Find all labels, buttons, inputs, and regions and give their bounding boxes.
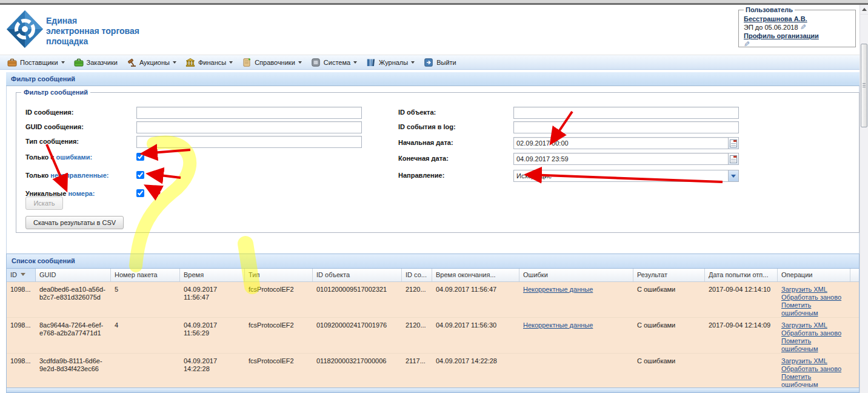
cell-packet (111, 354, 180, 389)
table-row[interactable]: 1098...dea0bed6-ea10-a56d-b2c7-e831d3260… (7, 282, 859, 318)
cell-end_time: 04.09.2017 11:56:47 (432, 282, 519, 317)
operation-link[interactable]: Обработать заново (781, 365, 841, 372)
operation-link[interactable]: Пометить ошибочным (781, 373, 818, 388)
start-date-calendar-button[interactable] (729, 137, 739, 149)
signature-validity-note: ЭП до 05.06.2018 (744, 24, 798, 31)
direction-row: Направление:Исходящие (16, 170, 859, 183)
logo-text: Единая электронная торговая площадка (46, 16, 139, 47)
log-event-id-input[interactable] (513, 121, 739, 133)
cell-errors (519, 354, 633, 389)
column-header-attempt[interactable]: Дата попытки отп... (705, 269, 778, 281)
menu-item-logout[interactable]: Выйти (420, 55, 462, 69)
chevron-down-icon (411, 61, 415, 64)
column-header-event_id[interactable]: ID со... (402, 269, 432, 281)
menu-bar: ПоставщикиЗаказчикиАукционыФинансыСправо… (0, 55, 860, 70)
column-header-errors[interactable]: Ошибки (519, 269, 633, 281)
object-id-input[interactable] (513, 107, 739, 119)
cell-attempt (705, 354, 778, 389)
edit-icon[interactable]: ✎ (800, 23, 806, 32)
column-header-time[interactable]: Время (180, 269, 245, 281)
grid-title: Список сообщений (7, 254, 859, 269)
end-date-row: Конечная дата: (16, 153, 859, 166)
menu-item-label: Аукционы (139, 59, 170, 66)
cell-id: 1098... (7, 282, 36, 317)
operation-link[interactable]: Пометить ошибочным (781, 301, 818, 317)
error-link[interactable]: Некорректные данные (523, 286, 593, 293)
cell-event_id: 2120... (402, 282, 432, 317)
sort-desc-icon (21, 273, 25, 276)
cell-operations: Загрузить XMLОбработать зановоПометить о… (778, 354, 850, 389)
page-title: Фильтр сообщений (6, 72, 860, 86)
chevron-down-icon (353, 61, 357, 64)
grid-bottom-edge (7, 388, 859, 392)
column-header-end_time[interactable]: Время окончания... (432, 269, 519, 281)
cell-attempt: 2017-09-04 12:14:09 (705, 318, 778, 353)
end-date-calendar-button[interactable] (729, 153, 739, 165)
menu-item-label: Заказчики (87, 59, 118, 66)
organization-profile-link[interactable]: Профиль организации (744, 32, 819, 40)
operation-link[interactable]: Обработать заново (781, 329, 841, 337)
operation-link[interactable]: Загрузить XML (781, 321, 827, 329)
column-header-guid[interactable]: GUID (36, 269, 111, 281)
unique-numbers-row: Уникальные номера: (16, 188, 859, 201)
cell-operations: Загрузить XMLОбработать зановоПометить о… (778, 318, 850, 353)
cell-event_id: 2120... (402, 318, 432, 353)
scrollbar-up-icon[interactable] (860, 5, 868, 15)
direction-select[interactable]: Исходящие (513, 170, 739, 182)
menu-item-system[interactable]: Система (307, 55, 362, 69)
object-id-row: ID объекта: (16, 107, 859, 120)
logo-icon (6, 10, 44, 50)
menu-item-label: Журналы (379, 59, 408, 66)
journals-icon (366, 58, 376, 67)
operation-link[interactable]: Пометить ошибочным (781, 337, 818, 352)
header: Единая электронная торговая площадка Пол… (0, 5, 860, 55)
table-row[interactable]: 1098...8ac9644a-7264-e6ef-e768-a2b2a7747… (7, 318, 859, 354)
direction-dropdown-button[interactable] (729, 170, 739, 182)
column-header-id[interactable]: ID (7, 269, 36, 281)
field-label: ID события в log: (398, 123, 456, 130)
end-date-input[interactable] (513, 153, 729, 165)
error-link[interactable]: Некорректные данные (523, 321, 593, 329)
table-row[interactable]: 1098...3cdfda9b-8111-6d6e-9e2d-8d34f423e… (7, 354, 859, 389)
column-header-packet[interactable]: Номер пакета (111, 269, 180, 281)
column-header-object_id[interactable]: ID объекта (313, 269, 402, 281)
logo-line: Единая (46, 16, 139, 26)
menu-item-customers[interactable]: Заказчики (70, 55, 123, 69)
scrollbar-thumb[interactable] (861, 44, 867, 127)
logo-line: площадка (46, 36, 139, 47)
start-date-input[interactable] (513, 137, 729, 149)
menu-item-auctions[interactable]: Аукционы (123, 55, 182, 69)
edit-icon[interactable]: ✎ (744, 40, 750, 49)
cell-operations: Загрузить XMLОбработать зановоПометить о… (778, 282, 850, 317)
column-header-type[interactable]: Тип (245, 269, 313, 281)
operation-link[interactable]: Загрузить XML (781, 286, 827, 293)
page: Единая электронная торговая площадка Пол… (0, 5, 860, 393)
cell-end_time: 04.09.2017 11:56:30 (432, 318, 519, 353)
menu-item-journals[interactable]: Журналы (362, 55, 420, 69)
cell-packet: 4 (111, 318, 180, 353)
column-header-operations[interactable]: Операции (778, 269, 850, 281)
column-header-result[interactable]: Результат (633, 269, 705, 281)
field-label: Уникальные номера: (25, 190, 95, 197)
menu-item-suppliers[interactable]: Поставщики (4, 55, 70, 69)
cell-result: С ошибками (633, 282, 705, 317)
field-label: ID объекта: (398, 109, 436, 116)
end-date-field (513, 153, 739, 165)
start-date-field (513, 137, 739, 149)
vertical-scrollbar[interactable] (860, 5, 868, 393)
menu-item-finance[interactable]: Финансы (182, 55, 238, 69)
operation-link[interactable]: Обработать заново (781, 294, 841, 301)
cell-type: fcsProtocolEF2 (245, 282, 313, 317)
download-csv-button[interactable]: Скачать результаты в CSV (25, 216, 124, 229)
selected-option: Исходящие (513, 170, 729, 182)
unique-numbers-checkbox[interactable] (136, 189, 144, 197)
start-date-row: Начальная дата: (16, 137, 859, 150)
user-profile-link[interactable]: Бесстрашнова А.В. (744, 15, 807, 23)
menu-item-label: Система (324, 59, 350, 66)
chevron-down-icon (731, 175, 736, 178)
book-icon (242, 58, 252, 67)
operation-link[interactable]: Загрузить XML (781, 357, 827, 364)
menu-item-directories[interactable]: Справочники (238, 55, 307, 69)
bank-icon (185, 58, 195, 67)
briefcase-orange-icon (7, 58, 17, 67)
